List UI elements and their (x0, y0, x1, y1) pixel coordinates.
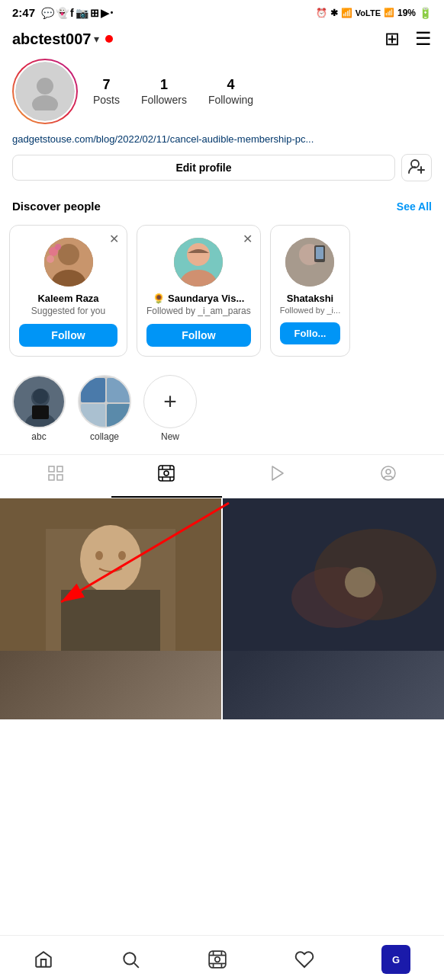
svg-point-9 (47, 255, 54, 263)
svg-rect-29 (49, 466, 54, 472)
svg-rect-31 (49, 475, 54, 480)
following-label: Following (208, 94, 253, 106)
post-thumb-2[interactable] (223, 498, 444, 719)
battery-text: 19% (397, 8, 416, 18)
avatar-container[interactable] (12, 59, 78, 124)
nav-likes[interactable] (294, 950, 314, 969)
followers-stat[interactable]: 1 Followers (141, 77, 187, 107)
header-left: abctest007 ▾ (12, 30, 113, 48)
svg-point-6 (58, 244, 79, 265)
gesture-bar (0, 910, 444, 925)
svg-rect-60 (209, 951, 226, 968)
following-count: 4 (208, 77, 253, 93)
followers-count: 1 (141, 77, 187, 93)
follow-shatakshi-button[interactable]: Follo... (280, 322, 340, 344)
saundarya-sub: Followed by _i_am_paras (146, 306, 251, 316)
dot-icon: • (111, 8, 114, 17)
volte-text: VoLTE (356, 8, 381, 18)
story-collage-avatar (78, 375, 131, 428)
svg-point-58 (124, 953, 135, 964)
close-saundarya-button[interactable]: ✕ (243, 232, 253, 246)
svg-rect-30 (57, 466, 63, 472)
post-thumb-1[interactable] (0, 498, 221, 719)
tab-video[interactable] (222, 455, 333, 498)
close-kaleem-button[interactable]: ✕ (109, 232, 119, 246)
battery-icon: 🔋 (419, 7, 432, 19)
youtube-icon: ▶ (101, 7, 109, 19)
profile-buttons: Edit profile (0, 154, 444, 194)
svg-rect-33 (159, 466, 174, 481)
tab-grid[interactable] (0, 455, 111, 498)
svg-point-43 (386, 469, 391, 474)
notification-dot (105, 35, 113, 43)
posts-stat[interactable]: 7 Posts (93, 77, 120, 107)
nav-reels[interactable] (208, 950, 227, 969)
nav-home[interactable] (34, 950, 53, 969)
svg-rect-23 (32, 405, 49, 419)
svg-point-22 (33, 389, 48, 404)
tagged-tab-icon (379, 464, 397, 487)
nav-profile[interactable]: G (381, 945, 410, 974)
svg-rect-50 (0, 498, 221, 651)
status-left: 2:47 💬 👻 f 📷 ⊞ ▶ • (12, 6, 113, 19)
content-tabs (0, 454, 444, 498)
saundarya-name: 🌻 Saundarya Vis... (153, 293, 244, 304)
stats-row: 7 Posts 1 Followers 4 Following (93, 77, 253, 107)
brand-logo: G (381, 945, 410, 974)
grid-tab-icon (47, 464, 65, 487)
snapchat-icon: 👻 (56, 7, 69, 19)
svg-rect-28 (107, 404, 131, 428)
suggestion-card-saundarya: ✕ 🌻 Saundarya Vis... Followed by _i_am_p… (137, 225, 261, 357)
menu-icon[interactable]: ☰ (415, 28, 432, 50)
instagram-icon: 📷 (76, 7, 88, 19)
svg-rect-18 (316, 247, 323, 259)
suggestion-card-kaleem: ✕ Kaleem Raza Suggested for you Follow (9, 225, 127, 357)
svg-rect-25 (81, 378, 105, 402)
new-story-label: New (161, 431, 179, 442)
video-tab-icon (269, 464, 287, 487)
plus-icon: + (163, 389, 177, 415)
alarm-icon: ⏰ (316, 8, 327, 18)
bio-link[interactable]: gadgetstouse.com/blog/2022/02/11/cancel-… (0, 133, 444, 154)
follow-kaleem-button[interactable]: Follow (19, 324, 117, 347)
suggestions-carousel: ✕ Kaleem Raza Suggested for you Follow ✕ (0, 219, 444, 369)
add-person-button[interactable] (401, 154, 432, 181)
suggestion-card-shatakshi: Shatakshi Followed by _i... Follo... (270, 225, 350, 357)
nav-search[interactable] (121, 950, 140, 969)
discover-title: Discover people (12, 200, 101, 213)
kaleem-sub: Suggested for you (31, 306, 105, 316)
profile-header: abctest007 ▾ ⊞ ☰ (0, 22, 444, 59)
svg-rect-27 (81, 404, 105, 428)
svg-point-10 (55, 244, 61, 250)
see-all-button[interactable]: See All (397, 200, 432, 213)
tab-tagged[interactable] (333, 455, 445, 498)
username[interactable]: abctest007 (12, 30, 91, 48)
story-collage[interactable]: collage (78, 375, 131, 442)
add-person-icon (408, 159, 425, 178)
status-right: ⏰ ✱ 📶 VoLTE 📶 19% 🔋 (316, 7, 432, 19)
facebook-icon: f (70, 7, 74, 19)
discover-people-header: Discover people See All (0, 194, 444, 219)
grid-icon: ⊞ (90, 7, 99, 19)
svg-point-0 (37, 78, 53, 94)
shatakshi-name: Shatakshi (287, 293, 333, 304)
avatar-inner (14, 60, 76, 123)
post-grid (0, 498, 444, 719)
svg-point-12 (187, 243, 210, 266)
followers-label: Followers (141, 94, 187, 106)
svg-rect-55 (223, 498, 444, 651)
dropdown-icon[interactable]: ▾ (94, 33, 99, 45)
following-stat[interactable]: 4 Following (208, 77, 253, 107)
edit-profile-button[interactable]: Edit profile (12, 155, 395, 181)
tab-reels[interactable] (111, 455, 223, 498)
story-abc[interactable]: abc (12, 375, 66, 442)
profile-section: 7 Posts 1 Followers 4 Following (0, 59, 444, 133)
follow-saundarya-button[interactable]: Follow (146, 324, 251, 347)
new-story-button[interactable]: + (143, 375, 197, 428)
status-time: 2:47 (12, 6, 35, 19)
svg-line-59 (134, 963, 139, 968)
svg-point-61 (215, 957, 220, 962)
svg-marker-41 (272, 466, 283, 480)
new-story[interactable]: + New (143, 375, 197, 442)
add-post-icon[interactable]: ⊞ (384, 28, 400, 50)
